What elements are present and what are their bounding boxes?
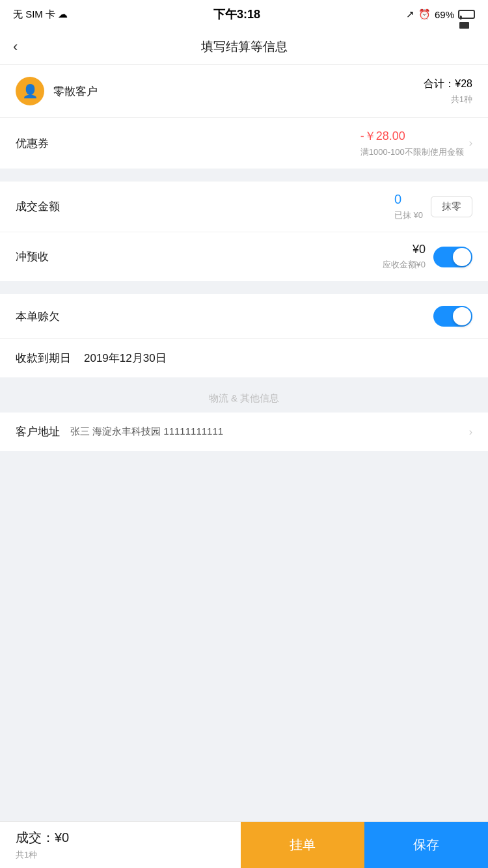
coupon-discount: -￥28.00 [360, 128, 464, 144]
round-down-button[interactable]: 抹零 [431, 196, 472, 217]
coupon-right: -￥28.00 满1000-100不限制使用金额 › [360, 128, 472, 158]
customer-row: 👤 零散客户 合计：¥28 共1种 [0, 65, 488, 117]
customer-name: 零散客户 [53, 84, 98, 99]
customer-card: 👤 零散客户 合计：¥28 共1种 优惠券 -￥28.00 满1000-100不… [0, 65, 488, 169]
credit-label: 本单赊欠 [16, 309, 60, 324]
nav-bar: ‹ 填写结算等信息 [0, 29, 488, 65]
total-amount: 合计：¥28 [424, 77, 472, 91]
due-date-value: 2019年12月30日 [84, 351, 167, 366]
coupon-row[interactable]: 优惠券 -￥28.00 满1000-100不限制使用金额 › [0, 117, 488, 169]
address-card: 客户地址 张三 海淀永丰科技园 11111111111 › [0, 413, 488, 451]
logistics-separator: 物流 & 其他信息 [0, 384, 488, 413]
prepay-right: ¥0 应收金额¥0 [383, 243, 472, 271]
address-chevron-icon: › [469, 426, 472, 438]
scroll-space [0, 457, 488, 509]
battery-percent: 69% [435, 9, 454, 20]
address-label: 客户地址 [16, 424, 60, 439]
transaction-amount-value: 0 [394, 192, 423, 207]
prepay-main-value: ¥0 [383, 243, 426, 256]
bottom-bar: 成交：¥0 共1种 挂单 保存 [0, 821, 488, 868]
bottom-count: 共1种 [16, 849, 225, 861]
due-date-label: 收款到期日 [16, 351, 71, 366]
content-area: 👤 零散客户 合计：¥28 共1种 优惠券 -￥28.00 满1000-100不… [0, 65, 488, 509]
status-bar: 无 SIM 卡 ☁ 下午3:18 ↗ ⏰ 69% [0, 0, 488, 29]
credit-card: 本单赊欠 收款到期日 2019年12月30日 [0, 294, 488, 377]
coupon-desc: 满1000-100不限制使用金额 [360, 146, 464, 158]
status-time: 下午3:18 [213, 7, 260, 22]
coupon-right-info: -￥28.00 满1000-100不限制使用金额 [360, 128, 464, 158]
total-count: 共1种 [424, 94, 472, 105]
section-separator-1 [0, 175, 488, 182]
credit-toggle[interactable] [433, 306, 472, 327]
back-button[interactable]: ‹ [13, 38, 18, 55]
no-sim-text: 无 SIM 卡 ☁ [13, 8, 68, 21]
transaction-amount-row: 成交金额 0 已抹 ¥0 抹零 [0, 182, 488, 232]
bottom-deal-amount: 成交：¥0 [16, 829, 225, 847]
bottom-deal-value: ¥0 [55, 830, 69, 845]
prepay-label: 冲预收 [16, 249, 49, 264]
prepay-toggle[interactable] [433, 247, 472, 267]
address-value: 张三 海淀永丰科技园 11111111111 [70, 426, 469, 438]
transaction-amount-label: 成交金额 [16, 199, 60, 214]
transaction-card: 成交金额 0 已抹 ¥0 抹零 冲预收 ¥0 应收金额¥0 [0, 182, 488, 281]
section-separator-2 [0, 288, 488, 294]
due-date-row: 收款到期日 2019年12月30日 [0, 338, 488, 377]
prepay-row: 冲预收 ¥0 应收金额¥0 [0, 232, 488, 281]
status-left: 无 SIM 卡 ☁ [13, 8, 68, 21]
prepay-amounts: ¥0 应收金额¥0 [383, 243, 426, 271]
address-row[interactable]: 客户地址 张三 海淀永丰科技园 11111111111 › [0, 413, 488, 451]
customer-total: 合计：¥28 共1种 [424, 77, 472, 105]
credit-row: 本单赊欠 [0, 294, 488, 338]
alarm-icon: ⏰ [418, 8, 431, 20]
transaction-amount-sub: 已抹 ¥0 [394, 210, 423, 221]
status-right: ↗ ⏰ 69% [406, 8, 475, 20]
customer-info: 👤 零散客户 [16, 77, 98, 105]
transaction-amount-info: 0 已抹 ¥0 [394, 192, 423, 221]
save-button[interactable]: 保存 [364, 822, 488, 869]
credit-toggle-thumb [453, 307, 471, 325]
hang-order-button[interactable]: 挂单 [241, 822, 364, 869]
toggle-thumb [453, 248, 471, 266]
bottom-deal-label: 成交： [16, 830, 55, 845]
bottom-info: 成交：¥0 共1种 [0, 829, 241, 861]
coupon-label: 优惠券 [16, 136, 49, 151]
logistics-label: 物流 & 其他信息 [209, 392, 279, 405]
location-icon: ↗ [406, 8, 414, 20]
customer-avatar: 👤 [16, 77, 44, 105]
page-title: 填写结算等信息 [201, 38, 288, 55]
avatar-icon: 👤 [22, 83, 38, 99]
battery-icon [458, 10, 475, 19]
coupon-chevron-icon: › [469, 137, 472, 149]
prepay-sub-value: 应收金额¥0 [383, 259, 426, 271]
transaction-amount-right: 0 已抹 ¥0 抹零 [394, 192, 472, 221]
